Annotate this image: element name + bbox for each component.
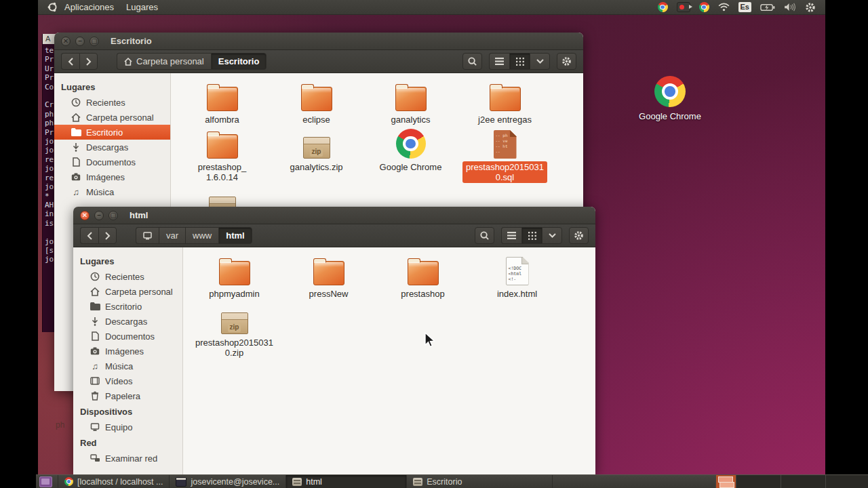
music-note-icon: ♫: [71, 188, 81, 197]
list-view-button[interactable]: [501, 227, 521, 244]
clock-icon: [71, 98, 81, 107]
sidebar-item-documentos[interactable]: Documentos: [73, 329, 182, 344]
sidebar-item-videos[interactable]: Vídeos: [73, 373, 182, 388]
file-j2ee-entregas[interactable]: j2ee entregas: [458, 79, 552, 125]
menu-lugares[interactable]: Lugares: [126, 2, 158, 12]
sidebar-html: Lugares Recientes Carpeta personal Escri…: [73, 247, 183, 474]
file-prestashop-zip[interactable]: zipprestashop2015031 0.zip: [187, 302, 281, 359]
grid-view-button[interactable]: [521, 227, 542, 244]
chrome-tray-icon-2[interactable]: [699, 2, 709, 12]
folder-icon: [301, 87, 332, 111]
sidebar-item-recientes[interactable]: Recientes: [54, 95, 170, 110]
forward-button[interactable]: [79, 53, 98, 70]
sidebar-item-carpeta-personal[interactable]: Carpeta personal: [73, 284, 182, 299]
sidebar-item-examinar-red[interactable]: Examinar red: [73, 451, 182, 466]
sidebar-item-imagenes[interactable]: Imágenes: [54, 169, 170, 184]
view-options-chevron[interactable]: [530, 53, 550, 70]
sidebar-item-musica[interactable]: ♫Música: [54, 184, 170, 199]
search-button[interactable]: [462, 53, 482, 70]
titlebar-html[interactable]: ✕ – ▢ html: [73, 207, 595, 224]
home-icon: [90, 287, 100, 296]
sidebar-item-carpeta-personal[interactable]: Carpeta personal: [54, 110, 170, 125]
workspace-active[interactable]: [715, 475, 736, 488]
html-file-icon: <!DOC <html <!-: [506, 257, 529, 285]
file-prestashop[interactable]: prestashop: [376, 253, 470, 300]
keyboard-layout-indicator[interactable]: Es: [738, 2, 751, 12]
task-html[interactable]: html: [286, 475, 407, 488]
sidebar-item-imagenes[interactable]: Imágenes: [73, 344, 182, 359]
download-icon: [90, 317, 100, 326]
chrome-tray-icon[interactable]: [658, 2, 668, 12]
workspace-2[interactable]: [736, 475, 781, 488]
task-localhost[interactable]: [localhost / localhost ...: [58, 475, 170, 488]
session-gear-icon[interactable]: [805, 2, 816, 13]
workspace-3[interactable]: [781, 475, 825, 488]
maximize-button[interactable]: ▢: [90, 37, 99, 46]
minimize-button[interactable]: –: [94, 211, 104, 220]
show-desktop-button[interactable]: [39, 476, 52, 487]
breadcrumb-www[interactable]: www: [185, 227, 218, 244]
breadcrumb-current[interactable]: html: [218, 227, 252, 244]
file-prestashop-sql[interactable]: -- ph -- ve -- ht --prestashop2015031 0.…: [458, 126, 552, 183]
wifi-icon[interactable]: [718, 3, 730, 12]
task-escritorio[interactable]: Escritorio: [407, 475, 553, 488]
workspace-4[interactable]: [825, 475, 868, 488]
grid-view-button[interactable]: [509, 53, 530, 70]
folder-icon: [90, 302, 100, 310]
breadcrumb-home[interactable]: Carpeta personal: [117, 53, 211, 70]
breadcrumb-var[interactable]: var: [159, 227, 185, 244]
film-icon: [90, 377, 100, 385]
battery-icon[interactable]: [760, 3, 775, 12]
file-manager-window-html: ✕ – ▢ html var www html Lugares Reciente…: [73, 207, 595, 474]
list-view-button[interactable]: [489, 53, 509, 70]
close-button[interactable]: ✕: [61, 37, 71, 46]
chrome-icon: [396, 129, 426, 159]
file-index-html[interactable]: <!DOC <html <!-index.html: [470, 253, 564, 300]
sidebar-item-descargas[interactable]: Descargas: [73, 314, 182, 329]
sidebar-item-documentos[interactable]: Documentos: [54, 155, 170, 169]
file-prestashop-folder[interactable]: prestashop_ 1.6.0.14: [175, 126, 269, 183]
back-button[interactable]: [80, 227, 98, 244]
file-ganalytics[interactable]: ganalytics: [363, 79, 458, 125]
home-icon: [71, 113, 81, 122]
settings-gear-button[interactable]: [569, 227, 589, 244]
workspace-switcher[interactable]: [715, 475, 868, 488]
terminal-window-edge[interactable]: A te Pr Ur Pr Co Cr ph ph Pr jo jo re jo…: [42, 34, 56, 332]
screen-record-icon[interactable]: [677, 2, 690, 12]
desktop-icon-google-chrome[interactable]: Google Chrome: [648, 76, 692, 121]
file-google-chrome[interactable]: Google Chrome: [363, 126, 458, 183]
folder-icon: [207, 134, 238, 159]
file-alfombra[interactable]: alfombra: [175, 79, 269, 125]
menu-aplicaciones[interactable]: Aplicaciones: [64, 2, 114, 12]
breadcrumb-filesystem-root[interactable]: [136, 227, 159, 244]
sidebar-item-equipo[interactable]: Equipo: [73, 420, 182, 434]
titlebar-escritorio[interactable]: ✕ – ▢ Escritorio: [54, 33, 583, 50]
volume-icon[interactable]: [784, 3, 796, 12]
file-ganalytics-zip[interactable]: zipganalytics.zip: [269, 126, 363, 183]
task-terminal[interactable]: josevicente@josevice...: [170, 475, 286, 488]
computer-icon: [143, 232, 152, 240]
file-eclipse[interactable]: eclipse: [269, 79, 363, 125]
file-area-html[interactable]: phpmyadmin pressNew prestashop <!DOC <ht…: [183, 247, 595, 474]
sidebar-item-escritorio[interactable]: Escritorio: [73, 299, 182, 314]
back-button[interactable]: [61, 53, 79, 70]
search-button[interactable]: [475, 227, 494, 244]
ubuntu-logo-icon[interactable]: [47, 2, 58, 12]
sidebar-item-escritorio[interactable]: Escritorio: [54, 125, 170, 140]
close-button[interactable]: ✕: [80, 211, 90, 220]
sidebar-item-descargas[interactable]: Descargas: [54, 140, 170, 155]
file-pressnew[interactable]: pressNew: [281, 253, 376, 300]
forward-button[interactable]: [98, 227, 117, 244]
settings-gear-button[interactable]: [557, 53, 576, 70]
sidebar-item-musica[interactable]: ♫Música: [73, 359, 182, 373]
sidebar-header-lugares: Lugares: [54, 79, 170, 95]
minimize-button[interactable]: –: [75, 37, 85, 46]
sidebar-item-papelera[interactable]: Papelera: [73, 388, 182, 403]
sidebar-item-recientes[interactable]: Recientes: [73, 269, 182, 284]
folder-icon: [71, 128, 81, 136]
breadcrumb-current[interactable]: Escritorio: [211, 53, 267, 70]
view-options-chevron[interactable]: [542, 227, 562, 244]
file-phpmyadmin[interactable]: phpmyadmin: [187, 253, 281, 300]
maximize-button[interactable]: ▢: [108, 211, 118, 220]
folder-icon: [408, 261, 439, 285]
